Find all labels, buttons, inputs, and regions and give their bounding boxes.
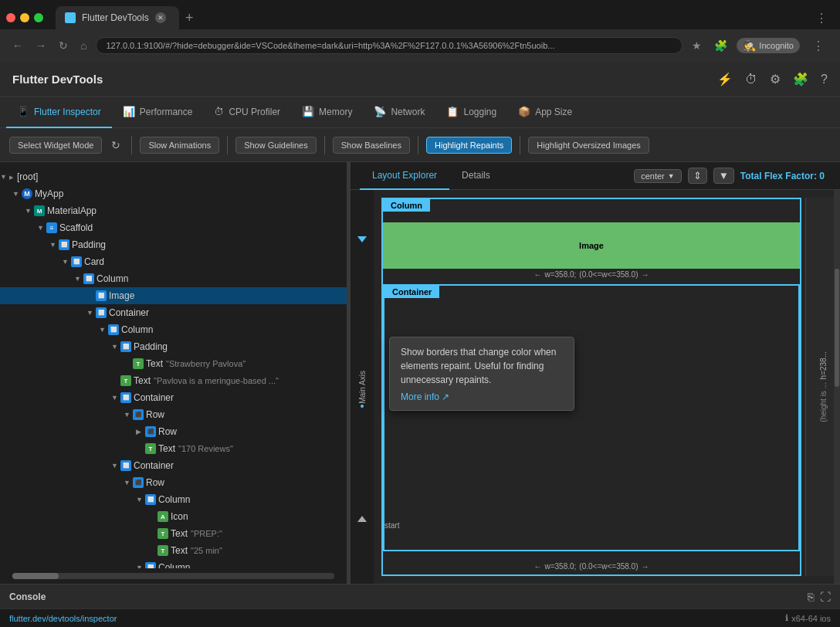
tree-item-padding1[interactable]: ▼ ⬜ Padding <box>0 236 347 253</box>
scrollbar-thumb[interactable] <box>12 573 59 579</box>
new-tab-button[interactable]: + <box>179 10 200 26</box>
right-scrollbar[interactable] <box>834 190 840 584</box>
main-axis-label: Main Axis <box>358 371 367 404</box>
tab-flutter-inspector[interactable]: 📱 Flutter Inspector <box>6 97 112 128</box>
mac-maximize-btn[interactable] <box>34 13 43 22</box>
padding1-label: Padding <box>72 239 106 250</box>
help-icon-btn[interactable]: ? <box>821 73 828 86</box>
mac-close-btn[interactable] <box>6 13 15 22</box>
tab-cpu-profiler[interactable]: ⏱ CPU Profiler <box>203 97 291 128</box>
expand-btn[interactable]: ▼ <box>713 168 734 184</box>
lightning-icon-btn[interactable]: ⚡ <box>717 72 733 86</box>
materialapp-label: MaterialApp <box>47 205 97 216</box>
show-guidelines-btn[interactable]: Show Guidelines <box>235 137 317 154</box>
tree-item-column2[interactable]: ▼ ⬜ Column <box>0 321 347 338</box>
align-dropdown[interactable]: center ▼ <box>634 169 682 183</box>
select-widget-mode-btn[interactable]: Select Widget Mode <box>9 137 102 154</box>
forward-button[interactable]: → <box>32 36 49 55</box>
tab-close-btn[interactable]: ✕ <box>155 12 166 23</box>
app-container: Flutter DevTools ⚡ ⏱ ⚙ 🧩 ? 📱 Flutter Ins… <box>0 62 840 627</box>
column3-label: Column <box>158 494 190 505</box>
tree-item-text-25min[interactable]: T Text "25 min" <box>0 542 347 559</box>
tree-item-card[interactable]: ▼ ⬜ Card <box>0 253 347 270</box>
chrome-more-button[interactable]: ⋮ <box>806 36 831 56</box>
slow-animations-btn[interactable]: Slow Animations <box>140 137 219 154</box>
performance-icon: 📊 <box>123 106 135 117</box>
tree-item-padding2[interactable]: ▼ ⬜ Padding <box>0 338 347 355</box>
address-bar[interactable] <box>96 37 682 54</box>
scrollbar-thumb-right[interactable] <box>835 269 839 387</box>
tree-item-column3[interactable]: ▼ ⬜ Column <box>0 491 347 508</box>
puzzle-icon-btn[interactable]: 🧩 <box>793 72 808 86</box>
container-box[interactable]: Container flex: null ▼ unconstrained ver… <box>383 284 800 551</box>
icon-widget-label: Icon <box>171 511 188 522</box>
inspector-toolbar: Select Widget Mode ↻ Slow Animations Sho… <box>0 128 840 162</box>
highlight-oversized-btn[interactable]: Highlight Oversized Images <box>528 137 649 154</box>
image-box[interactable]: Image <box>383 222 800 269</box>
height-label: h=238... <box>819 351 828 379</box>
tree-item-text-strawberry[interactable]: T Text "Strawberry Pavlova" <box>0 355 347 372</box>
text-25min-icon: T <box>158 545 168 556</box>
container3-label: Container <box>134 460 174 471</box>
tree-item-container2[interactable]: ▼ ⬜ Container <box>0 389 347 406</box>
total-flex-label: Total Flex Factor: 0 <box>740 171 825 181</box>
column1-icon: ⬜ <box>83 273 94 284</box>
tab-logging[interactable]: 📋 Logging <box>435 97 507 128</box>
home-button[interactable]: ⌂ <box>77 36 90 55</box>
tab-performance[interactable]: 📊 Performance <box>112 97 204 128</box>
active-browser-tab[interactable]: Flutter DevTools ✕ <box>56 6 179 29</box>
tree-item-root[interactable]: ▼ ▸ [root] <box>0 168 347 185</box>
tab-memory[interactable]: 💾 Memory <box>291 97 363 128</box>
devtools-link[interactable]: flutter.dev/devtools/inspector <box>9 614 117 623</box>
memory-icon: 💾 <box>302 106 314 117</box>
back-button[interactable]: ← <box>9 36 26 55</box>
fullscreen-console-btn[interactable]: ⛶ <box>820 591 831 603</box>
tree-item-myapp[interactable]: ▼ M MyApp <box>0 185 347 202</box>
tab-app-size[interactable]: 📦 App Size <box>507 97 583 128</box>
refresh-button[interactable]: ↻ <box>56 36 71 55</box>
myapp-icon: M <box>22 188 32 199</box>
history-icon-btn[interactable]: ⏱ <box>745 73 757 86</box>
tree-item-row2[interactable]: ▶ ⬛ Row <box>0 423 347 440</box>
tab-layout-explorer[interactable]: Layout Explorer <box>360 162 449 190</box>
padding1-icon: ⬜ <box>59 239 69 250</box>
settings-icon-btn[interactable]: ⚙ <box>770 72 781 86</box>
browser-more-button[interactable]: ⋮ <box>809 8 834 29</box>
tree-item-row1[interactable]: ▼ ⬛ Row <box>0 406 347 423</box>
show-baselines-btn[interactable]: Show Baselines <box>333 137 410 154</box>
tree-item-scaffold[interactable]: ▼ ≡ Scaffold <box>0 219 347 236</box>
tree-horizontal-scrollbar[interactable] <box>12 573 334 579</box>
tree-item-row3[interactable]: ▼ ⬛ Row <box>0 474 347 491</box>
cpu-profiler-label: CPU Profiler <box>229 107 280 117</box>
extension-button[interactable]: 🧩 <box>711 36 730 55</box>
bookmark-button[interactable]: ★ <box>689 36 705 55</box>
tree-item-text-prep[interactable]: T Text "PREP:" <box>0 525 347 542</box>
column-align-btn[interactable]: ⇕ <box>688 168 707 184</box>
refresh-btn[interactable]: ↻ <box>108 136 124 154</box>
text-strawberry-value: "Strawberry Pavlova" <box>166 359 246 368</box>
console-icons: ⎘ ⛶ <box>808 591 831 603</box>
tree-item-icon[interactable]: A Icon <box>0 508 347 525</box>
tab-details[interactable]: Details <box>449 162 503 190</box>
tab-bar: Flutter DevTools ✕ + ⋮ <box>0 0 840 29</box>
text-25min-value: "25 min" <box>191 546 222 555</box>
tree-item-container3[interactable]: ▼ ⬜ Container <box>0 457 347 474</box>
tab-network[interactable]: 📡 Network <box>363 97 435 128</box>
copy-console-btn[interactable]: ⎘ <box>808 591 814 603</box>
tree-item-column4[interactable]: ▼ ⬜ Column <box>0 559 347 568</box>
right-panel: Layout Explorer Details center ▼ ⇕ ▼ <box>351 162 840 584</box>
tree-item-materialapp[interactable]: ▼ M MaterialApp <box>0 202 347 219</box>
myapp-label: MyApp <box>35 188 63 199</box>
highlight-repaints-btn[interactable]: Highlight Repaints <box>426 137 512 154</box>
tree-item-container1[interactable]: ▼ ⬜ Container <box>0 304 347 321</box>
header-icons: ⚡ ⏱ ⚙ 🧩 ? <box>717 72 828 86</box>
tree-scroll[interactable]: ▼ ▸ [root] ▼ M MyApp ▼ M MaterialApp <box>0 162 347 568</box>
tree-item-column1[interactable]: ▼ ⬜ Column <box>0 270 347 287</box>
tree-item-image[interactable]: ⬜ Image <box>0 287 347 304</box>
tooltip-more-info-link[interactable]: More info ↗ <box>401 391 563 402</box>
tree-item-text-pavlova[interactable]: T Text "Pavlova is a meringue-based ..." <box>0 372 347 389</box>
tree-item-text-reviews[interactable]: T Text "170 Reviews" <box>0 440 347 457</box>
text-pavlova-label: Text <box>134 375 151 386</box>
logging-icon: 📋 <box>446 106 459 117</box>
mac-minimize-btn[interactable] <box>20 13 29 22</box>
